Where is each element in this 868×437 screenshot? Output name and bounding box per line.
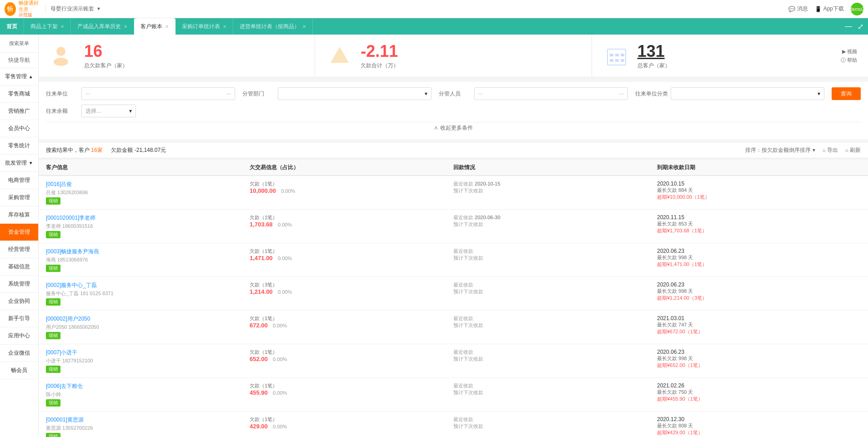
sidebar-item-system-mgmt[interactable]: 系统管理 xyxy=(0,276,38,293)
debt-amount: 652.00 xyxy=(250,356,268,362)
tab-production-history[interactable]: 产成品入库单历史 ✕ xyxy=(71,18,134,35)
view-video-action[interactable]: ▶ 视频 xyxy=(842,48,857,55)
debt-count: 欠款（1笔） xyxy=(250,214,453,221)
sidebar-item-enterprise-wechat[interactable]: 企业微信 xyxy=(0,345,38,362)
app-header: 畅 畅捷通好生意 示范版 母婴行业演示账套 ▾ 💬 消息 📱 App下载 dem… xyxy=(0,0,868,18)
sidebar-item-member-vip[interactable]: 畅会员 xyxy=(0,362,38,379)
video-icon: ▶ xyxy=(842,49,846,55)
overdue-days: 最长欠款 884 天 xyxy=(657,187,861,194)
from-unit-label: 往来单位 xyxy=(46,90,78,98)
from-unit-input[interactable]: ··· xyxy=(81,87,235,100)
sidebar-item-retail-mall[interactable]: 零售商城 xyxy=(0,85,38,103)
sidebar-item-wholesale-mgmt[interactable]: 批发管理 ▼ xyxy=(0,155,38,172)
customer-name[interactable]: [0003]畅捷服务尹海燕 xyxy=(46,248,250,256)
main-layout: 搜索菜单 快捷导航 零售管理 ▲ 零售商城 营销推广 会员中心 零售统计 批发管… xyxy=(0,35,868,437)
svg-rect-8 xyxy=(610,59,613,62)
quick-nav[interactable]: 快捷导航 xyxy=(0,53,38,68)
payment-cell: 最近收款 预计下次收款 xyxy=(453,248,657,261)
search-menu[interactable]: 搜索菜单 xyxy=(0,35,38,53)
table-header: 客户信息 欠交易信息（占比） 回款情况 到期未收款日期 xyxy=(39,160,868,176)
balance-label: 往来余额 xyxy=(46,107,78,115)
sidebar-item-enterprise-collab[interactable]: 企业协同 xyxy=(0,293,38,310)
collapse-button[interactable]: ∧ 收起更多条件 xyxy=(46,122,861,134)
customer-name[interactable]: [0001020001]李老师 xyxy=(46,214,250,222)
sidebar-item-app-center[interactable]: 应用中心 xyxy=(0,327,38,345)
stat-card-total-customers: 131 总客户（家） ▶ 视频 ⓘ 帮助 xyxy=(592,35,868,77)
customer-info-cell: [000001]黄思源 黄思源 13552700226 现销 xyxy=(46,416,250,437)
refresh-button[interactable]: ○ 刷新 xyxy=(845,146,861,154)
chevron-down-icon: ▾ xyxy=(813,147,815,153)
close-icon[interactable]: ✕ xyxy=(302,24,306,29)
help-action[interactable]: ⓘ 帮助 xyxy=(841,57,857,64)
customer-tag: 现销 xyxy=(46,399,60,407)
sidebar-item-ecommerce[interactable]: 电商管理 xyxy=(0,172,38,189)
total-owed-number: -2.11 xyxy=(361,42,399,61)
sidebar-item-retail-stats[interactable]: 零售统计 xyxy=(0,137,38,155)
col-header-payment: 回款情况 xyxy=(453,164,657,171)
tab-purchase-stats[interactable]: 采购订单统计表 ✕ xyxy=(176,18,233,35)
debt-pct: 0.00% xyxy=(281,188,295,194)
close-icon[interactable]: ✕ xyxy=(60,24,64,29)
customer-name[interactable]: [0006]去下粮仓 xyxy=(46,382,250,390)
tab-customer-ledger[interactable]: 客户账本 ✕ xyxy=(134,18,176,35)
table-row: [0001020001]李老师 李老师 18600391516 现销 欠款（1笔… xyxy=(39,210,868,243)
sidebar-item-basic-info[interactable]: 基础信息 xyxy=(0,258,38,276)
customers-icon xyxy=(50,42,77,70)
col-header-due-date: 到期未收款日期 xyxy=(657,164,861,171)
unit-category-select[interactable]: ▾ xyxy=(671,87,824,100)
table-row: [0002]服务中心_丁磊 服务中心_丁磊 181 0125 8371 现销 欠… xyxy=(39,277,868,311)
sort-select[interactable]: 排序：按欠款金额倒序排序 ▾ xyxy=(745,146,815,154)
chevron-down-icon: ▾ xyxy=(425,90,427,97)
table-row: [0007]小迸干 小迸干 18279152100 现销 欠款（1笔） 652.… xyxy=(39,344,868,378)
sidebar-item-finance[interactable]: 资金管理 xyxy=(0,224,38,241)
export-button[interactable]: ○ 导出 xyxy=(823,146,838,154)
close-icon[interactable]: ✕ xyxy=(124,24,127,29)
table-row: [000001]黄思源 黄思源 13552700226 现销 欠款（1笔） 42… xyxy=(39,412,868,437)
app-selector[interactable]: 母婴行业演示账套 ▾ xyxy=(45,5,105,13)
search-button[interactable]: 查询 xyxy=(832,87,861,100)
close-icon[interactable]: ✕ xyxy=(165,24,169,29)
customer-name[interactable]: [0016]吕俊 xyxy=(46,181,250,188)
customer-name[interactable]: [000001]黄思源 xyxy=(46,416,250,424)
tab-product-listing[interactable]: 商品上下架 ✕ xyxy=(24,18,71,35)
help-icon: ⓘ xyxy=(841,57,846,64)
logo-char: 畅 xyxy=(7,5,13,13)
customer-info-cell: [0002]服务中心_丁磊 服务中心_丁磊 181 0125 8371 现销 xyxy=(46,281,250,306)
app-download-action[interactable]: 📱 App下载 xyxy=(815,5,844,13)
total-owed-label: 欠款合计（万） xyxy=(361,62,399,70)
customer-tag: 现销 xyxy=(46,265,60,272)
total-customers-number: 131 xyxy=(637,42,670,61)
customer-name[interactable]: [0007]小迸干 xyxy=(46,349,250,357)
chevron-down-icon: ▾ xyxy=(97,5,100,12)
maximize-icon[interactable]: ⤢ xyxy=(856,20,865,33)
last-payment-label: 最近收款 xyxy=(453,181,473,186)
user-action[interactable]: demo2 xyxy=(851,3,863,15)
debt-info-cell: 欠款（1笔） 429.00 0.00% xyxy=(250,416,453,430)
logo-text: 畅捷通好生意 示范版 xyxy=(19,0,43,17)
tab-home[interactable]: 首页 xyxy=(0,18,24,35)
due-date-cell: 2020.12.30 最长欠款 808 天 超期¥429.00（1笔） xyxy=(657,416,861,436)
customer-tag: 现销 xyxy=(46,231,60,238)
sidebar-item-newbie-guide[interactable]: 新手引导 xyxy=(0,310,38,327)
customer-phone: 陈小帅 xyxy=(46,391,250,398)
tab-goods-stats[interactable]: 进货单统计表（按商品） ✕ xyxy=(233,18,313,35)
manager-input[interactable]: ··· xyxy=(474,87,628,100)
col-header-customer: 客户信息 xyxy=(46,164,250,171)
table-row: [000002]用户2050 用户2050 18665062050 现销 欠款（… xyxy=(39,311,868,344)
sidebar-item-purchase-mgmt[interactable]: 采购管理 xyxy=(0,189,38,206)
balance-select[interactable]: 选择... ▾ xyxy=(81,105,136,117)
sidebar-item-member-center[interactable]: 会员中心 xyxy=(0,120,38,137)
customer-name[interactable]: [000002]用户2050 xyxy=(46,315,250,323)
dept-select[interactable]: ▾ xyxy=(278,87,431,100)
overdue-amount[interactable]: 超期¥10,000.00（1笔） xyxy=(657,194,861,201)
debt-amount: 672.00 xyxy=(250,322,268,329)
sidebar-item-marketing[interactable]: 营销推广 xyxy=(0,103,38,120)
close-icon[interactable]: ✕ xyxy=(223,24,226,29)
sidebar-item-retail-mgmt[interactable]: 零售管理 ▲ xyxy=(0,68,38,85)
avatar: demo2 xyxy=(851,3,863,15)
minimize-icon[interactable]: — xyxy=(843,20,854,33)
sidebar-item-inventory[interactable]: 库存核算 xyxy=(0,206,38,224)
message-action[interactable]: 💬 消息 xyxy=(788,5,808,13)
customer-name[interactable]: [0002]服务中心_丁磊 xyxy=(46,281,250,289)
sidebar-item-operations[interactable]: 经营管理 xyxy=(0,241,38,258)
